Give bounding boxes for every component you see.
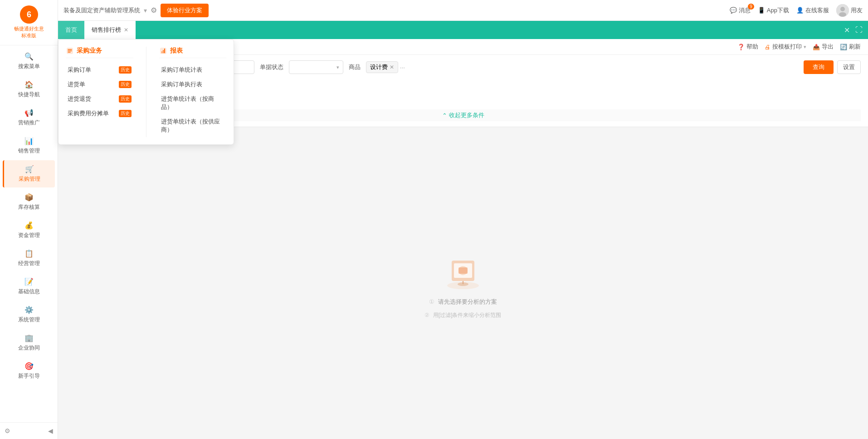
trial-button[interactable]: 体验行业方案 — [161, 4, 209, 17]
topbar-online-service[interactable]: 👤 在线客服 — [796, 6, 829, 15]
voucher-status-dropdown-icon: ▾ — [336, 64, 339, 70]
tab-sales-ranking-label: 销售排行榜 — [92, 26, 121, 34]
goods-tag-close[interactable]: ✕ — [390, 64, 394, 70]
sidebar-item-inventory[interactable]: 📦库存核算 — [3, 188, 55, 216]
dropdown-item-report-1[interactable]: 采购订单统计表 — [159, 63, 227, 77]
print-dropdown-icon[interactable]: ▾ — [804, 44, 806, 50]
print-icon: 🖨 — [765, 44, 770, 50]
service-icon: 👤 — [796, 7, 804, 14]
sidebar-item-finance[interactable]: 💰资金管理 — [3, 217, 55, 244]
sidebar-item-enterprise[interactable]: 🏢企业协同 — [3, 329, 55, 356]
nav-label-operations: 经营管理 — [18, 260, 40, 267]
nav-label-system: 系统管理 — [18, 316, 40, 324]
dropdown-purchase-col: 采购业务 采购订单 历史 进货单 历史 进货退货 历史 采购费用分摊单 历史 — [66, 47, 133, 137]
nav-label-guide: 新手引导 — [18, 372, 40, 380]
empty-illustration — [440, 247, 486, 292]
goods-tag: 设计费 ✕ — [366, 61, 398, 73]
svg-rect-14 — [161, 51, 162, 53]
collapse-sidebar-icon[interactable]: ◀ — [48, 427, 53, 434]
logo-text: 畅捷通好生意 标准版 — [14, 25, 44, 39]
topbar-dropdown-icon[interactable]: ▾ — [144, 7, 147, 14]
sidebar-item-basic-info[interactable]: 📝基础信息 — [3, 273, 55, 300]
filter-actions-right: 查询 设置 — [804, 60, 861, 74]
sidebar-item-search[interactable]: 🔍搜索菜单 — [3, 48, 55, 75]
sidebar-item-marketing[interactable]: 📢营销推广 — [3, 104, 55, 131]
message-icon: 💬 — [730, 7, 737, 14]
sidebar-item-purchase[interactable]: 🛒采购管理 — [3, 160, 55, 187]
help-button[interactable]: ❓ 帮助 — [737, 43, 758, 51]
nav-icon-marketing: 📢 — [24, 109, 34, 117]
export-button[interactable]: 📤 导出 — [813, 43, 834, 51]
nav-icon-search: 🔍 — [24, 52, 34, 61]
svg-point-3 — [840, 7, 845, 11]
nav-label-quick-nav: 快捷导航 — [18, 91, 40, 99]
dropdown-item-inbound[interactable]: 进货单 历史 — [66, 77, 133, 92]
print-button[interactable]: 🖨 按模板打印 ▾ — [765, 43, 806, 51]
export-icon: 📤 — [813, 44, 820, 50]
svg-rect-16 — [164, 49, 165, 53]
nav-icon-purchase: 🛒 — [25, 165, 34, 173]
topbar-message[interactable]: 💬 消息 9 — [730, 6, 751, 15]
sidebar-item-sales[interactable]: 📊销售管理 — [3, 132, 55, 159]
voucher-status-label: 单据状态 — [260, 63, 283, 71]
sidebar-item-operations[interactable]: 📋经营管理 — [3, 245, 55, 272]
settings-bottom-icon[interactable]: ⚙ — [5, 427, 10, 434]
dropdown-item-report-3[interactable]: 进货单统计表（按商品） — [159, 92, 227, 114]
topbar-app-download[interactable]: 📱 App下载 — [758, 6, 789, 15]
nav-label-marketing: 营销推广 — [18, 119, 40, 127]
empty-hint-2: ② 用[过滤]条件来缩小分析范围 — [424, 311, 501, 319]
tab-close-window-icon[interactable]: ✕ — [842, 25, 852, 35]
nav-label-purchase: 采购管理 — [19, 175, 40, 183]
collapse-button[interactable]: ⌃ 收起更多条件 — [442, 111, 484, 119]
nav-label-inventory: 库存核算 — [18, 203, 40, 211]
sidebar-item-system[interactable]: ⚙️系统管理 — [3, 301, 55, 328]
history-badge-2: 历史 — [119, 95, 132, 103]
tab-home-label: 首页 — [65, 26, 77, 34]
nav-icon-operations: 📋 — [24, 249, 34, 258]
sidebar-item-quick-nav[interactable]: 🏠快捷导航 — [3, 76, 55, 103]
tabbar-actions: ✕ ⛶ — [842, 25, 868, 35]
tab-sales-ranking[interactable]: 销售排行榜 ✕ — [84, 21, 136, 39]
topbar-settings-icon[interactable]: ⚙ — [151, 6, 157, 15]
svg-point-4 — [839, 12, 846, 17]
nav-icon-basic-info: 📝 — [24, 277, 34, 286]
collapse-up-icon: ⌃ — [442, 112, 447, 119]
dropdown-item-report-4[interactable]: 进货单统计表（按供应商） — [159, 114, 227, 137]
sidebar-logo: 6 畅捷通好生意 标准版 — [0, 0, 58, 45]
app-logo-icon: 6 — [20, 5, 38, 24]
dropdown-report-col: 报表 采购订单统计表 采购订单执行表 进货单统计表（按商品） 进货单统计表（按供… — [159, 47, 227, 137]
query-button[interactable]: 查询 — [804, 60, 834, 74]
tab-close-icon[interactable]: ✕ — [124, 27, 128, 33]
tab-maximize-icon[interactable]: ⛶ — [853, 25, 864, 35]
refresh-button[interactable]: 🔄 刷新 — [840, 43, 861, 51]
dropdown-report-title: 报表 — [159, 47, 227, 58]
sidebar-item-guide[interactable]: 🎯新手引导 — [3, 357, 55, 385]
goods-dots-btn[interactable]: ··· — [400, 64, 405, 71]
dropdown-item-return[interactable]: 进货退货 历史 — [66, 92, 133, 106]
goods-label: 商品 — [349, 63, 361, 71]
nav-icon-enterprise: 🏢 — [24, 334, 34, 342]
nav-label-basic-info: 基础信息 — [18, 288, 40, 296]
nav-label-finance: 资金管理 — [18, 232, 40, 239]
dropdown-item-expense[interactable]: 采购费用分摊单 历史 — [66, 106, 133, 121]
sidebar: 6 畅捷通好生意 标准版 🔍搜索菜单🏠快捷导航📢营销推广📊销售管理🛒采购管理📦库… — [0, 0, 58, 439]
sidebar-nav: 🔍搜索菜单🏠快捷导航📢营销推广📊销售管理🛒采购管理📦库存核算💰资金管理📋经营管理… — [0, 45, 58, 422]
mobile-icon: 📱 — [758, 7, 765, 14]
goods-filter: 设计费 ✕ ··· — [366, 61, 405, 73]
svg-rect-9 — [458, 267, 468, 274]
topbar-user[interactable]: 用友 — [836, 4, 863, 17]
tabbar: 首页 销售排行榜 ✕ ✕ ⛶ — [58, 21, 868, 39]
nav-label-enterprise: 企业协同 — [18, 344, 40, 352]
nav-icon-system: ⚙️ — [24, 306, 34, 314]
filter-settings-button[interactable]: 设置 — [837, 60, 861, 74]
voucher-status-select[interactable]: ▾ — [289, 60, 343, 74]
tab-home[interactable]: 首页 — [58, 21, 84, 39]
topbar: 装备及固定资产辅助管理系统 ▾ ⚙ 体验行业方案 💬 消息 9 📱 App下载 … — [58, 0, 868, 21]
dropdown-item-report-2[interactable]: 采购订单执行表 — [159, 77, 227, 92]
svg-text:6: 6 — [26, 10, 31, 19]
purchase-col-icon — [66, 47, 74, 55]
svg-point-11 — [458, 282, 468, 286]
nav-icon-inventory: 📦 — [24, 193, 34, 202]
dropdown-item-purchase-order[interactable]: 采购订单 历史 — [66, 63, 133, 77]
sidebar-bottom: ⚙ ◀ — [0, 422, 58, 439]
